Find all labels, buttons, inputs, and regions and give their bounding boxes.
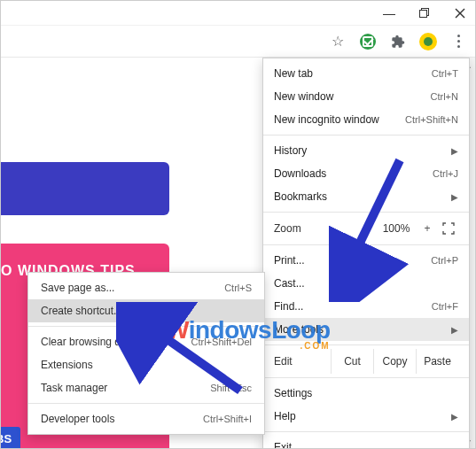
submenu-item-label: Developer tools [41, 413, 203, 425]
menu-item-label: Find... [274, 300, 432, 313]
menu-edit-row: Edit Cut Copy Paste [263, 349, 469, 374]
menu-new-tab[interactable]: New tab Ctrl+T [263, 62, 469, 85]
chevron-right-icon: ▶ [451, 412, 458, 422]
menu-shortcut: Ctrl+P [431, 255, 458, 266]
fullscreen-icon [442, 222, 455, 235]
chevron-right-icon: ▶ [451, 146, 458, 156]
submenu-shortcut: Ctrl+Shift+I [203, 414, 252, 424]
menu-shortcut: Ctrl+T [432, 68, 458, 79]
browser-toolbar: ☆ [1, 26, 475, 58]
submenu-developer-tools[interactable]: Developer tools Ctrl+Shift+I [28, 407, 264, 430]
menu-shortcut: Ctrl+F [432, 301, 458, 312]
menu-item-label: More tools [274, 323, 446, 336]
menu-cast[interactable]: Cast... [263, 272, 469, 295]
chrome-menu-button[interactable] [449, 32, 468, 51]
zoom-in-button[interactable]: + [416, 222, 439, 235]
menu-item-label: New window [274, 90, 431, 103]
chevron-right-icon: ▶ [451, 192, 458, 202]
menu-separator [263, 244, 469, 245]
menu-help[interactable]: Help ▶ [263, 405, 469, 428]
menu-shortcut: Ctrl+Shift+N [405, 114, 458, 125]
menu-find[interactable]: Find... Ctrl+F [263, 295, 469, 318]
extensions-puzzle-icon[interactable] [388, 32, 408, 51]
window-titlebar: — [1, 1, 475, 26]
menu-item-label: New tab [274, 67, 432, 80]
window-maximize-button[interactable] [415, 4, 434, 23]
bookmark-star-icon[interactable]: ☆ [328, 32, 347, 51]
submenu-separator [28, 403, 264, 404]
maximize-icon [419, 8, 430, 19]
close-icon [455, 8, 465, 19]
pink-card-badge: BS [0, 427, 20, 449]
menu-history[interactable]: History ▶ [263, 139, 469, 162]
menu-item-label: New incognito window [274, 113, 405, 126]
submenu-clear-browsing-data[interactable]: Clear browsing data... Ctrl+Shift+Del [28, 330, 264, 353]
menu-shortcut: Ctrl+N [431, 91, 458, 102]
home-extension-icon[interactable] [418, 32, 438, 51]
zoom-out-button[interactable]: − [354, 222, 377, 235]
edit-paste-button[interactable]: Paste [416, 349, 458, 374]
zoom-value: 100% [377, 222, 416, 235]
menu-separator [263, 344, 469, 345]
submenu-task-manager[interactable]: Task manager Shift+Esc [28, 376, 264, 399]
menu-item-label: Cast... [274, 277, 458, 290]
idm-extension-icon[interactable] [358, 32, 378, 51]
menu-shortcut: Ctrl+J [433, 168, 458, 179]
menu-downloads[interactable]: Downloads Ctrl+J [263, 162, 469, 185]
menu-incognito[interactable]: New incognito window Ctrl+Shift+N [263, 108, 469, 131]
zoom-label: Zoom [274, 222, 354, 235]
submenu-save-page[interactable]: Save page as... Ctrl+S [28, 276, 264, 299]
edit-copy-button[interactable]: Copy [373, 349, 416, 374]
menu-item-label: Settings [274, 387, 458, 399]
submenu-item-label: Clear browsing data... [41, 336, 191, 348]
submenu-shortcut: Ctrl+Shift+Del [191, 337, 252, 347]
submenu-shortcut: Ctrl+S [224, 283, 252, 293]
edit-label: Edit [274, 355, 331, 368]
menu-item-label: Print... [274, 254, 431, 267]
submenu-item-label: Task manager [41, 382, 210, 394]
menu-bookmarks[interactable]: Bookmarks ▶ [263, 185, 469, 208]
chrome-main-menu: New tab Ctrl+T New window Ctrl+N New inc… [262, 58, 470, 449]
window-close-button[interactable] [450, 4, 470, 23]
menu-item-label: History [274, 144, 446, 157]
menu-separator [263, 377, 469, 378]
svg-rect-1 [420, 10, 427, 17]
submenu-create-shortcut[interactable]: Create shortcut... [28, 299, 264, 322]
menu-separator [263, 212, 469, 213]
menu-item-label: Downloads [274, 167, 433, 180]
more-tools-submenu: Save page as... Ctrl+S Create shortcut..… [27, 272, 265, 435]
submenu-shortcut: Shift+Esc [210, 383, 252, 393]
menu-item-label: Bookmarks [274, 190, 446, 203]
menu-item-label: Exit [274, 441, 458, 449]
fullscreen-button[interactable] [439, 222, 458, 235]
menu-separator [263, 431, 469, 432]
menu-zoom-row: Zoom − 100% + [263, 216, 469, 241]
menu-item-label: Help [274, 410, 446, 422]
chevron-right-icon: ▶ [451, 325, 458, 335]
submenu-separator [28, 326, 264, 327]
menu-settings[interactable]: Settings [263, 382, 469, 405]
menu-exit[interactable]: Exit [263, 436, 469, 449]
edit-cut-button[interactable]: Cut [331, 349, 373, 374]
page-blue-button[interactable] [0, 162, 169, 215]
submenu-extensions[interactable]: Extensions [28, 353, 264, 376]
menu-separator [263, 135, 469, 135]
menu-new-window[interactable]: New window Ctrl+N [263, 85, 469, 108]
submenu-item-label: Save page as... [41, 282, 224, 294]
window-minimize-button[interactable]: — [379, 4, 399, 23]
submenu-item-label: Create shortcut... [41, 305, 252, 317]
submenu-item-label: Extensions [41, 359, 252, 371]
menu-more-tools[interactable]: More tools ▶ [263, 318, 469, 341]
menu-print[interactable]: Print... Ctrl+P [263, 249, 469, 272]
